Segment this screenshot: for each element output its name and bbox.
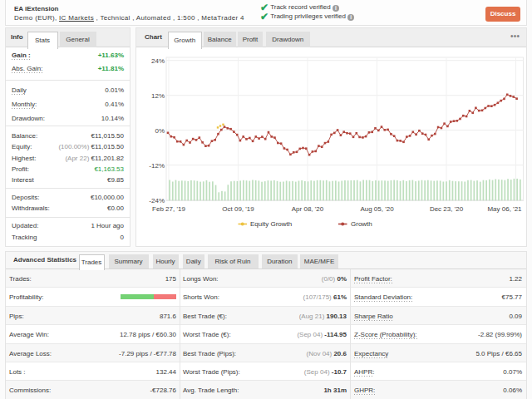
svg-text:Dec 23, '20: Dec 23, '20 [430, 205, 464, 213]
svg-text:0%: 0% [155, 127, 165, 135]
svg-text:Apr 08, '20: Apr 08, '20 [292, 205, 324, 213]
svg-text:Oct 09, '19: Oct 09, '19 [222, 205, 254, 213]
svg-text:May 06, '21: May 06, '21 [487, 205, 522, 213]
svg-text:-12%: -12% [149, 162, 165, 170]
svg-text:12%: 12% [151, 92, 165, 100]
svg-text:-24%: -24% [149, 197, 165, 204]
svg-text:Growth: Growth [351, 220, 372, 228]
svg-text:Equity Growth: Equity Growth [250, 220, 292, 228]
svg-text:Aug 05, '20: Aug 05, '20 [360, 205, 394, 213]
svg-text:24%: 24% [151, 57, 165, 65]
svg-text:Feb 27, '19: Feb 27, '19 [152, 205, 185, 213]
